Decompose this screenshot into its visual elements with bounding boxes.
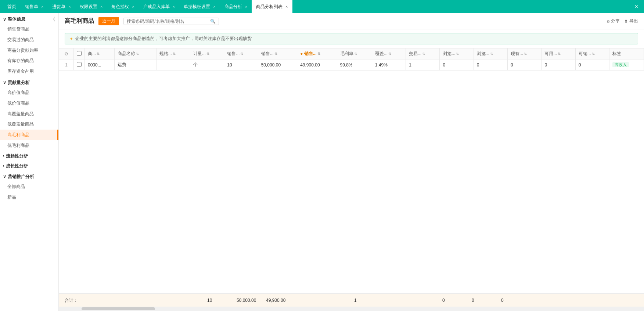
nav-tab-permissions[interactable]: 权限设置 × (75, 0, 107, 13)
nav-tab-home[interactable]: 首页 (3, 0, 21, 13)
th-sales1[interactable]: 销售...⇅ (224, 48, 258, 59)
close-icon[interactable]: × (285, 4, 288, 9)
filter-period-button[interactable]: 近一月 (98, 17, 119, 25)
th-coverage[interactable]: 覆盖...⇅ (372, 48, 406, 59)
sidebar-group-contribution[interactable]: ∨ 贡献量分析 (0, 77, 58, 87)
cell-code: 0000... (85, 59, 115, 70)
table-wrapper[interactable]: ⚙ 商...⇅ 商品名称⇅ 规格...⇅ (59, 48, 644, 293)
horizontal-scrollbar[interactable] (59, 307, 644, 311)
footer-sales1: 10 (204, 298, 234, 303)
th-check[interactable] (74, 48, 85, 59)
sidebar: 《 ∨ 整体信息 销售货商品 交易过的商品 商品分贡献购率 有库存的商品 库存资… (0, 13, 59, 311)
close-icon[interactable]: × (213, 4, 215, 9)
th-current[interactable]: 现有...⇅ (508, 48, 542, 59)
cell-browse1[interactable]: 0 (440, 59, 474, 70)
footer-empty5 (292, 298, 322, 303)
header-actions: ⎋ 分享 ⬆ 导出 (607, 18, 638, 24)
sidebar-item-traded-goods[interactable]: 交易过的商品 (0, 35, 58, 45)
nav-tab-products[interactable]: 产成品入库单 × (139, 0, 179, 13)
sidebar-item-goods-contribution[interactable]: 商品分贡献购率 (0, 45, 58, 56)
th-tag[interactable]: 标签 (609, 48, 644, 59)
nav-tab-templates[interactable]: 单据模板设置 × (179, 0, 220, 13)
cell-tag: 高收入 (609, 59, 644, 70)
sidebar-item-high-value[interactable]: 高价值商品 (0, 87, 58, 98)
th-transactions[interactable]: 交易...⇅ (406, 48, 440, 59)
cell-sales1: 10 (224, 59, 258, 70)
cell-available: 0 (542, 59, 575, 70)
search-icon[interactable]: 🔍 (210, 19, 216, 24)
cell-spec (156, 59, 190, 70)
th-saleable[interactable]: 可销...⇅ (575, 48, 609, 59)
sidebar-item-stock-capital[interactable]: 库存资金占用 (0, 66, 58, 77)
footer-available: 0 (469, 298, 498, 303)
sidebar-group-overall[interactable]: ∨ 整体信息 (0, 13, 58, 24)
scrollbar-thumb[interactable] (82, 307, 155, 310)
close-icon[interactable]: × (173, 4, 175, 9)
share-button[interactable]: ⎋ 分享 (607, 18, 620, 24)
nav-tab-analysis-label: 商品分析 (224, 4, 242, 10)
th-available[interactable]: 可用...⇅ (542, 48, 575, 59)
sidebar-item-stocked-goods[interactable]: 有库存的商品 (0, 55, 58, 66)
tag-badge: 高收入 (612, 62, 629, 67)
sidebar-group-trend[interactable]: › 流趋性分析 (0, 151, 58, 161)
close-icon[interactable]: × (100, 4, 102, 9)
footer-empty7 (381, 298, 410, 303)
search-input[interactable] (127, 19, 210, 24)
th-spec[interactable]: 规格...⇅ (156, 48, 190, 59)
th-code[interactable]: 商...⇅ (85, 48, 115, 59)
sidebar-group-growth[interactable]: › 成长性分析 (0, 161, 58, 171)
cell-check[interactable] (74, 59, 85, 70)
export-button[interactable]: ⬆ 导出 (624, 18, 638, 24)
close-icon[interactable]: × (41, 4, 43, 9)
nav-tab-analysis-list[interactable]: 商品分析列表 × (252, 0, 292, 13)
sidebar-group-marketing-label: 营销推广分析 (8, 174, 34, 180)
row-checkbox[interactable] (77, 62, 82, 67)
sidebar-group-marketing[interactable]: ∨ 营销推广分析 (0, 171, 58, 181)
nav-tab-permissions-label: 权限设置 (80, 4, 97, 10)
sidebar-item-high-margin[interactable]: 高毛利商品 (0, 130, 58, 140)
sidebar-item-low-value[interactable]: 低价值商品 (0, 98, 58, 109)
cell-sales2: 50,000.00 (258, 59, 297, 70)
nav-tab-analysis[interactable]: 商品分析 × (220, 0, 252, 13)
footer-empty6 (322, 298, 351, 303)
nav-tab-roles[interactable]: 角色授权 × (107, 0, 138, 13)
sidebar-item-new-goods[interactable]: 新品 (0, 192, 58, 203)
th-browse1[interactable]: 浏览...⇅ (440, 48, 474, 59)
th-gross-rate[interactable]: 毛利率⇅ (337, 48, 372, 59)
footer-empty3 (145, 298, 175, 303)
th-unit[interactable]: 计量...⇅ (190, 48, 224, 59)
sidebar-item-high-coverage[interactable]: 高覆盖量商品 (0, 109, 58, 119)
th-name[interactable]: 商品名称⇅ (115, 48, 156, 59)
chevron-right-icon: › (3, 153, 4, 159)
sidebar-item-sales-goods[interactable]: 销售货商品 (0, 24, 58, 35)
table-row: 1 0000... 运费 个 10 50,000.00 49,900.00 99… (59, 59, 644, 70)
select-all-checkbox[interactable] (77, 51, 82, 56)
main-layout: 《 ∨ 整体信息 销售货商品 交易过的商品 商品分贡献购率 有库存的商品 库存资… (0, 13, 644, 311)
nav-tab-sales[interactable]: 销售单 × (21, 0, 48, 13)
nav-tab-templates-label: 单据模板设置 (184, 4, 210, 10)
footer-saleable: 0 (498, 298, 528, 303)
th-num: ⚙ (59, 48, 74, 59)
sidebar-item-all-goods[interactable]: 全部商品 (0, 181, 58, 192)
sidebar-group-trend-label: 流趋性分析 (6, 153, 28, 159)
window-close-button[interactable]: × (632, 3, 641, 10)
nav-tab-roles-label: 角色授权 (111, 4, 129, 10)
info-icon: ✦ (69, 36, 73, 41)
close-icon[interactable]: × (132, 4, 134, 9)
cell-current: 0 (508, 59, 542, 70)
settings-icon[interactable]: ⚙ (64, 51, 68, 57)
th-browse2[interactable]: 浏览...⇅ (474, 48, 507, 59)
cell-transactions: 1 (406, 59, 440, 70)
nav-tab-sales-label: 销售单 (25, 4, 38, 10)
sidebar-item-low-coverage[interactable]: 低覆盖量商品 (0, 119, 58, 130)
th-sales2[interactable]: 销售...⇅ (258, 48, 297, 59)
close-icon[interactable]: × (68, 4, 71, 9)
th-sales3[interactable]: ● 销售...⇅ (297, 48, 337, 59)
chevron-right-icon: › (3, 163, 4, 169)
close-icon[interactable]: × (245, 4, 247, 9)
table-header-row: ⚙ 商...⇅ 商品名称⇅ 规格...⇅ (59, 48, 644, 59)
nav-tab-purchase[interactable]: 进货单 × (48, 0, 75, 13)
sidebar-item-low-margin[interactable]: 低毛利商品 (0, 140, 58, 151)
footer-empty2 (116, 298, 145, 303)
sidebar-collapse-button[interactable]: 《 (50, 16, 55, 23)
